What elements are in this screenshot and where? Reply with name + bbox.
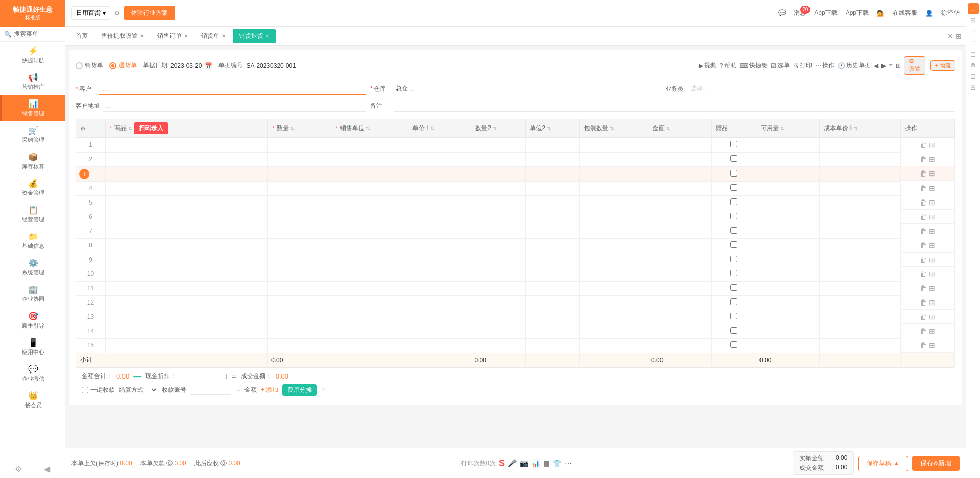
delete-icon-9[interactable]: 🗑 bbox=[920, 256, 927, 264]
view-grid-icon[interactable]: ⊞ bbox=[896, 62, 901, 69]
amount-cell-2[interactable] bbox=[648, 152, 712, 166]
account-dots[interactable]: ··· bbox=[235, 387, 240, 394]
gear-icon[interactable]: ⚙ bbox=[80, 125, 86, 132]
qty-cell-10[interactable] bbox=[268, 267, 331, 281]
unit-cell-5[interactable] bbox=[331, 195, 408, 210]
sidebar-item-guide[interactable]: 🎯 新手引导 bbox=[0, 307, 65, 334]
sidebar-item-quick-nav[interactable]: ⚡ 快捷导航 bbox=[0, 42, 65, 68]
copy-icon-3[interactable]: ⊞ bbox=[929, 169, 935, 178]
unit-cell-6[interactable] bbox=[331, 210, 408, 224]
gift-checkbox-7[interactable] bbox=[730, 227, 737, 234]
goods-cell-1[interactable] bbox=[105, 138, 267, 153]
sort-icon-cost[interactable]: ⇅ bbox=[854, 125, 858, 131]
qty2-cell-1[interactable] bbox=[471, 138, 525, 153]
copy-icon-7[interactable]: ⊞ bbox=[929, 227, 935, 235]
copy-icon-4[interactable]: ⊞ bbox=[929, 184, 935, 192]
sort-icon-unit2[interactable]: ⇅ bbox=[547, 125, 551, 131]
sidebar-item-finance[interactable]: 💰 资金管理 bbox=[0, 174, 65, 201]
save-new-btn[interactable]: 保存&新增 bbox=[912, 456, 960, 471]
price-cell-11[interactable] bbox=[408, 281, 471, 295]
sort-icon-goods[interactable]: ⇅ bbox=[128, 125, 132, 131]
qty2-cell-9[interactable] bbox=[471, 253, 525, 267]
price-cell-13[interactable] bbox=[408, 310, 471, 324]
avail-cell-7[interactable] bbox=[756, 224, 820, 238]
qty2-cell-13[interactable] bbox=[471, 310, 525, 324]
sort-icon-qty2[interactable]: ⇅ bbox=[493, 125, 497, 131]
copy-icon-13[interactable]: ⊞ bbox=[929, 313, 935, 321]
gift-checkbox-2[interactable] bbox=[730, 155, 737, 162]
customer-input[interactable]: ... bbox=[99, 83, 366, 95]
price-cell-3[interactable] bbox=[408, 166, 471, 181]
sort-icon-unit[interactable]: ⇅ bbox=[366, 125, 370, 131]
settings-gear-icon[interactable]: ⚙ bbox=[114, 10, 120, 17]
goods-cell-8[interactable] bbox=[105, 238, 267, 253]
cost-cell-9[interactable] bbox=[819, 253, 900, 267]
sidebar-item-purchase[interactable]: 🛒 采购管理 bbox=[0, 121, 65, 148]
qty2-cell-8[interactable] bbox=[471, 238, 525, 253]
tab-sales-return[interactable]: 销货退货✕ bbox=[233, 29, 276, 43]
qty-cell-12[interactable] bbox=[268, 295, 331, 310]
view-list-icon[interactable]: ≡ bbox=[889, 62, 893, 69]
unit-cell-2[interactable] bbox=[331, 152, 408, 166]
unit2-cell-2[interactable] bbox=[525, 152, 579, 166]
gift-checkbox-13[interactable] bbox=[730, 313, 737, 319]
qty-cell-7[interactable] bbox=[268, 224, 331, 238]
qty2-cell-6[interactable] bbox=[471, 210, 525, 224]
pack-qty-cell-15[interactable] bbox=[579, 338, 648, 353]
tab-close-sales-return[interactable]: ✕ bbox=[265, 33, 270, 39]
close-tab-icon[interactable]: ✕ bbox=[947, 32, 953, 40]
goods-input-3[interactable] bbox=[109, 170, 264, 178]
unit-cell-15[interactable] bbox=[331, 338, 408, 353]
unit-cell-10[interactable] bbox=[331, 267, 408, 281]
delete-icon-8[interactable]: 🗑 bbox=[920, 241, 927, 249]
qty-cell-6[interactable] bbox=[268, 210, 331, 224]
gift-checkbox-4[interactable] bbox=[730, 184, 737, 191]
settings-icon[interactable]: ⚙ bbox=[15, 464, 22, 474]
pack-qty-cell-6[interactable] bbox=[579, 210, 648, 224]
pack-qty-cell-4[interactable] bbox=[579, 181, 648, 195]
price-cell-6[interactable] bbox=[408, 210, 471, 224]
cost-cell-1[interactable] bbox=[819, 138, 900, 153]
warehouse-input[interactable]: 总仓 ... bbox=[394, 82, 660, 95]
delete-icon-13[interactable]: 🗑 bbox=[920, 313, 927, 321]
cost-cell-13[interactable] bbox=[819, 310, 900, 324]
next-doc-icon[interactable]: ▶ bbox=[881, 62, 886, 69]
unit-cell-14[interactable] bbox=[331, 324, 408, 338]
sidebar-item-member[interactable]: 👑 畅会员 bbox=[0, 387, 65, 413]
qty2-cell-15[interactable] bbox=[471, 338, 525, 353]
qty-cell-9[interactable] bbox=[268, 253, 331, 267]
copy-icon-5[interactable]: ⊞ bbox=[929, 198, 935, 207]
gift-checkbox-5[interactable] bbox=[730, 198, 737, 205]
settings-btn[interactable]: ⚙ 设置 bbox=[904, 56, 925, 75]
gift-checkbox-9[interactable] bbox=[730, 256, 737, 262]
video-action[interactable]: ▶ 视频 bbox=[699, 61, 717, 70]
tab-home[interactable]: 首页 bbox=[69, 29, 94, 43]
unit2-cell-7[interactable] bbox=[525, 224, 579, 238]
goods-cell-6[interactable] bbox=[105, 210, 267, 224]
gift-checkbox-12[interactable] bbox=[730, 298, 737, 305]
copy-icon-8[interactable]: ⊞ bbox=[929, 241, 935, 249]
price-cell-12[interactable] bbox=[408, 295, 471, 310]
avail-cell-1[interactable] bbox=[756, 138, 820, 153]
pack-qty-cell-5[interactable] bbox=[579, 195, 648, 210]
goods-cell-7[interactable] bbox=[105, 224, 267, 238]
method-select[interactable] bbox=[148, 386, 158, 394]
copy-icon-12[interactable]: ⊞ bbox=[929, 298, 935, 307]
tab-sales-order[interactable]: 销售订单✕ bbox=[151, 29, 194, 43]
unit-cell-4[interactable] bbox=[331, 181, 408, 195]
tab-sales-delivery[interactable]: 销货单✕ bbox=[195, 29, 232, 43]
unit2-cell-13[interactable] bbox=[525, 310, 579, 324]
price-cell-8[interactable] bbox=[408, 238, 471, 253]
calendar-icon[interactable]: 📅 bbox=[205, 62, 212, 69]
cost-cell-15[interactable] bbox=[819, 338, 900, 353]
pack-qty-cell-11[interactable] bbox=[579, 281, 648, 295]
fee-split-btn[interactable]: 费用分摊 bbox=[282, 384, 317, 396]
qty2-cell-10[interactable] bbox=[471, 267, 525, 281]
pack-qty-cell-1[interactable] bbox=[579, 138, 648, 153]
cost-cell-2[interactable] bbox=[819, 152, 900, 166]
copy-icon-6[interactable]: ⊞ bbox=[929, 213, 935, 221]
amount-cell-15[interactable] bbox=[648, 338, 712, 353]
avail-cell-2[interactable] bbox=[756, 152, 820, 166]
avail-cell-14[interactable] bbox=[756, 324, 820, 338]
cost-cell-6[interactable] bbox=[819, 210, 900, 224]
